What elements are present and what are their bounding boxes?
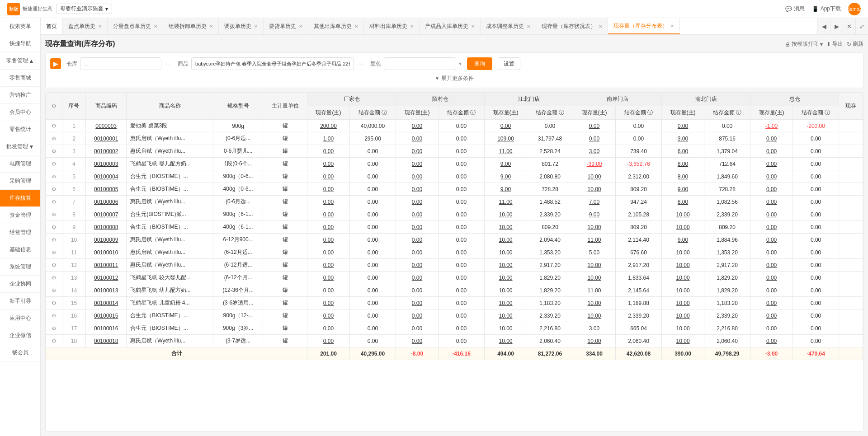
refresh-btn[interactable]: ↻ 刷新 bbox=[847, 40, 863, 48]
sidebar-item-wechat[interactable]: 企业微信 bbox=[0, 327, 40, 344]
sidebar-item-basic[interactable]: 基础信息 bbox=[0, 241, 40, 258]
td-yubei-amt: 2,339.20 bbox=[704, 309, 750, 322]
sidebar-item-member[interactable]: 会员中心 bbox=[0, 104, 40, 121]
td-row-num: 16 bbox=[62, 309, 85, 322]
sidebar-item-appcenter[interactable]: 应用中心 bbox=[0, 310, 40, 327]
tab-fullscreen-btn[interactable]: ⤢ bbox=[855, 18, 868, 34]
td-nanan-qty: 0.00 bbox=[573, 132, 615, 145]
tab-stock-dist[interactable]: 现存量（库存分布表） ✕ bbox=[608, 18, 680, 34]
sidebar-item-retail-stat[interactable]: 零售统计 bbox=[0, 121, 40, 138]
sidebar-item-nav[interactable]: 快捷导航 bbox=[0, 35, 40, 52]
filter-row-main: ▶ 仓库 ··· 商品 ··· 颜色 ▾ bbox=[50, 57, 859, 70]
td-nanan-amt: 665.04 bbox=[615, 322, 662, 335]
sidebar-item-guide[interactable]: 新手引导 bbox=[0, 293, 40, 310]
td-yubei-amt: 2,216.80 bbox=[704, 322, 750, 335]
setting-btn[interactable]: 设置 bbox=[498, 57, 520, 70]
expand-more-conditions[interactable]: ▼ 展开更多条件 bbox=[50, 74, 859, 83]
tab-inventory-single[interactable]: 盘点单历史 ✕ bbox=[63, 18, 108, 34]
expand-trigger[interactable]: ▶ bbox=[50, 58, 61, 69]
tab-close-assembly[interactable]: ✕ bbox=[209, 24, 213, 29]
tab-close-stock-status[interactable]: ✕ bbox=[599, 24, 602, 29]
tab-transfer[interactable]: 调拨单历史 ✕ bbox=[219, 18, 264, 34]
td-jiangbei-amt: 801.72 bbox=[527, 158, 573, 170]
color-input[interactable] bbox=[384, 57, 456, 70]
td-total-amt: 0.00 bbox=[793, 335, 839, 347]
td-nanan-amt: 2,105.28 bbox=[615, 208, 662, 221]
td-nanan-amt: 2,312.00 bbox=[615, 170, 662, 183]
tab-close-inventory-single[interactable]: ✕ bbox=[98, 24, 102, 29]
th-total-amt: 结存金额 ⓘ bbox=[793, 106, 839, 120]
app-download-btn[interactable]: 📱 App下载 bbox=[812, 5, 841, 13]
tab-next-btn[interactable]: ▶ bbox=[830, 18, 843, 34]
tab-assembly[interactable]: 组装拆卸单历史 ✕ bbox=[163, 18, 219, 34]
td-nanan-qty: 10.00 bbox=[573, 272, 615, 284]
sidebar-item-marketing[interactable]: 营销推广 bbox=[0, 87, 40, 104]
message-btn[interactable]: 💬 消息 bbox=[785, 5, 805, 13]
td-settings: ⚙ bbox=[46, 196, 62, 208]
table-row: ⚙ 2 00100001 惠氏启赋（Wyeth illu... (0-6月适..… bbox=[46, 132, 863, 145]
table-row: ⚙ 13 00100012 飞鹤星飞帆 较大婴儿配... (6-12个月... … bbox=[46, 272, 863, 284]
td-jiangbei-amt: 2,080.80 bbox=[527, 170, 573, 183]
tab-close-product-in[interactable]: ✕ bbox=[471, 24, 475, 29]
tab-close-material-out[interactable]: ✕ bbox=[410, 24, 414, 29]
td-jiangbei-amt: 2,339.20 bbox=[527, 208, 573, 221]
td-row-num: 11 bbox=[62, 246, 85, 259]
td-total-amt: 0.00 bbox=[793, 158, 839, 170]
tab-close-all-btn[interactable]: ✕ bbox=[843, 18, 855, 34]
tab-cost-adjust[interactable]: 成本调整单历史 ✕ bbox=[481, 18, 536, 34]
th-row-num: 序号 bbox=[62, 93, 85, 120]
tab-home[interactable]: 首页 bbox=[41, 18, 63, 34]
industry-select[interactable]: 母婴行业演示陈套 ▾ bbox=[56, 4, 112, 14]
export-btn[interactable]: ⬇ 导出 bbox=[826, 40, 843, 48]
search-btn[interactable]: 查询 bbox=[467, 57, 492, 70]
product-more-btn[interactable]: ··· bbox=[357, 61, 365, 67]
sidebar-item-wholesale[interactable]: 批发管理 ▼ bbox=[0, 138, 40, 155]
tab-inventory-split[interactable]: 分量盘点单历史 ✕ bbox=[108, 18, 163, 34]
sidebar-item-ecommerce[interactable]: 电商管理 bbox=[0, 155, 40, 173]
tab-close-order[interactable]: ✕ bbox=[299, 24, 302, 29]
td-jiangbei-amt: 31,797.48 bbox=[527, 132, 573, 145]
sidebar-item-inventory[interactable]: 库存核算 bbox=[0, 190, 40, 207]
tab-close-inventory-split[interactable]: ✕ bbox=[154, 24, 157, 29]
user-area[interactable]: demo2 bbox=[848, 3, 861, 15]
td-current bbox=[839, 170, 863, 183]
td-yubei-qty: 8.00 bbox=[662, 196, 704, 208]
tab-prev-btn[interactable]: ◀ bbox=[817, 18, 830, 34]
tab-order[interactable]: 要货单历史 ✕ bbox=[264, 18, 308, 34]
td-mocun-qty: 0.00 bbox=[396, 284, 438, 297]
th-mocun-amt: 结存金额 ⓘ bbox=[438, 106, 485, 120]
sidebar-item-operation[interactable]: 经营管理 bbox=[0, 224, 40, 241]
td-yubei-amt: 1,379.04 bbox=[704, 145, 750, 158]
sidebar-item-retail[interactable]: 零售管理 ▲ bbox=[0, 52, 40, 70]
tab-close-cost-adjust[interactable]: ✕ bbox=[527, 24, 530, 29]
td-row-num: 9 bbox=[62, 221, 85, 234]
page-title: 现存量查询(库存分布) bbox=[45, 39, 115, 49]
tab-close-other-out[interactable]: ✕ bbox=[354, 24, 358, 29]
sidebar-item-system[interactable]: 系统管理 bbox=[0, 258, 40, 276]
td-jiangbei-amt: 1,183.20 bbox=[527, 297, 573, 309]
sidebar-item-search[interactable]: 搜索英单 bbox=[0, 18, 40, 35]
sidebar-item-vip[interactable]: 畅会员 bbox=[0, 344, 40, 361]
td-current bbox=[839, 284, 863, 297]
th-unit: 主计量单位 bbox=[263, 93, 307, 120]
td-row-num: 14 bbox=[62, 284, 85, 297]
tab-stock-status[interactable]: 现存量（库存状况表） ✕ bbox=[536, 18, 608, 34]
sidebar-item-retail-mall[interactable]: 零售商城 bbox=[0, 70, 40, 87]
td-current bbox=[839, 145, 863, 158]
tab-other-out[interactable]: 其他出库单历史 ✕ bbox=[308, 18, 364, 34]
sidebar: 搜索英单 快捷导航 零售管理 ▲ 零售商城 营销推广 会员中心 零售统计 批发管… bbox=[0, 18, 41, 436]
tab-close-transfer[interactable]: ✕ bbox=[254, 24, 258, 29]
td-spec: 400g（0-6... bbox=[213, 183, 263, 196]
tab-material-out[interactable]: 材料出库单历史 ✕ bbox=[364, 18, 420, 34]
warehouse-more-btn[interactable]: ··· bbox=[164, 61, 172, 67]
sidebar-item-finance[interactable]: 资金管理 bbox=[0, 207, 40, 224]
product-input[interactable] bbox=[191, 57, 354, 70]
sidebar-item-enterprise[interactable]: 企业协同 bbox=[0, 276, 40, 293]
tab-close-stock-dist[interactable]: ✕ bbox=[670, 23, 674, 28]
tab-product-in[interactable]: 产成品入库单历史 ✕ bbox=[420, 18, 481, 34]
warehouse-input[interactable] bbox=[80, 57, 161, 70]
print-btn[interactable]: 🖨 按模版打印 ▾ bbox=[785, 40, 823, 48]
td-total-amt: 0.00 bbox=[793, 322, 839, 335]
td-nanan-qty: 3.00 bbox=[573, 145, 615, 158]
sidebar-item-purchase[interactable]: 采购管理 bbox=[0, 173, 40, 190]
